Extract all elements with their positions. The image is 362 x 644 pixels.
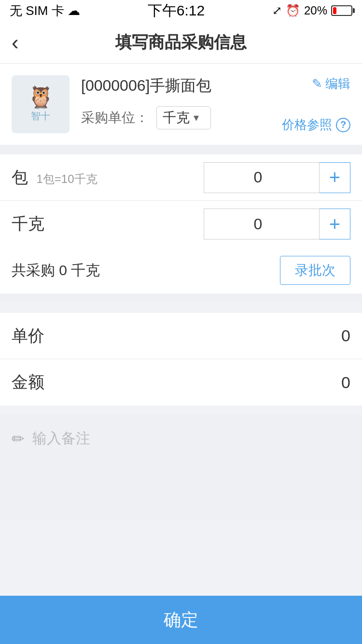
confirm-button-label: 确定 <box>164 608 198 632</box>
battery-icon <box>331 5 352 16</box>
amount-value: 0 <box>341 373 350 392</box>
quantity-plus-kg[interactable]: + <box>320 209 350 239</box>
status-right: ⤢ ⏰ 20% <box>272 4 352 17</box>
price-ref-button[interactable]: 价格参照 ? <box>282 116 350 133</box>
price-ref-label: 价格参照 <box>282 116 332 133</box>
quantity-label-kg: 千克 <box>12 213 79 235</box>
page-title: 填写商品采购信息 <box>115 31 247 54</box>
quantity-input-bao[interactable] <box>204 162 320 193</box>
unit-price-value: 0 <box>341 326 350 345</box>
brand-label: 智十 <box>31 110 50 123</box>
price-section: 单价 0 金额 0 <box>0 313 362 406</box>
alarm-icon: ⏰ <box>286 4 300 17</box>
quantity-row-kg: 千克 + <box>0 201 362 247</box>
total-row: 共采购 0 千克 录批次 <box>0 247 362 294</box>
unit-value: 千克 <box>163 109 190 127</box>
quantity-input-kg[interactable] <box>204 209 320 239</box>
record-batch-button[interactable]: 录批次 <box>280 256 350 285</box>
section-divider-2 <box>0 294 362 303</box>
remark-placeholder: 输入备注 <box>32 429 90 448</box>
back-button[interactable]: ‹ <box>12 32 19 53</box>
amount-row: 金额 0 <box>0 359 362 406</box>
status-left: 无 SIM 卡 ☁ <box>10 2 80 19</box>
pencil-icon: ✏ <box>12 430 25 448</box>
quantity-section: 包 1包=10千克 + 千克 + <box>0 154 362 247</box>
nav-bar: ‹ 填写商品采购信息 <box>0 21 362 64</box>
section-divider-1 <box>0 145 362 154</box>
unit-price-row: 单价 0 <box>0 313 362 359</box>
product-logo: 🦉 <box>28 86 54 108</box>
quantity-unit-bao: 包 <box>12 168 28 186</box>
battery-percent: 20% <box>304 4 327 17</box>
unit-arrow: ▾ <box>194 112 199 124</box>
total-text: 共采购 0 千克 <box>12 261 100 280</box>
location-icon: ⤢ <box>272 4 282 17</box>
product-card: 🦉 智十 [0000006]手撕面包 采购单位： 千克 ▾ ✎ 编辑 价格参照 … <box>0 64 362 145</box>
confirm-footer[interactable]: 确定 <box>0 596 362 644</box>
product-name: [0000006]手撕面包 <box>81 75 350 97</box>
quantity-label-bao: 包 1包=10千克 <box>12 167 97 189</box>
edit-label: 编辑 <box>325 75 350 92</box>
no-sim-text: 无 SIM 卡 ☁ <box>10 2 80 19</box>
unit-price-label: 单价 <box>12 325 44 347</box>
status-time: 下午6:12 <box>148 1 205 21</box>
price-ref-icon: ? <box>336 118 350 132</box>
status-bar: 无 SIM 卡 ☁ 下午6:12 ⤢ ⏰ 20% <box>0 0 362 21</box>
product-image: 🦉 智十 <box>12 75 70 133</box>
amount-label: 金额 <box>12 371 44 393</box>
edit-icon: ✎ <box>312 76 322 91</box>
edit-button[interactable]: ✎ 编辑 <box>312 75 350 92</box>
quantity-row-bao: 包 1包=10千克 + <box>0 154 362 201</box>
unit-select[interactable]: 千克 ▾ <box>156 106 211 129</box>
quantity-input-wrap-bao: + <box>97 162 350 193</box>
quantity-input-wrap-kg: + <box>79 209 350 239</box>
unit-label: 采购单位： <box>81 109 149 127</box>
bottom-spacer <box>0 462 362 520</box>
remark-section[interactable]: ✏ 输入备注 <box>0 415 362 462</box>
quantity-sublabel-bao: 1包=10千克 <box>36 172 97 185</box>
quantity-plus-bao[interactable]: + <box>320 162 350 193</box>
